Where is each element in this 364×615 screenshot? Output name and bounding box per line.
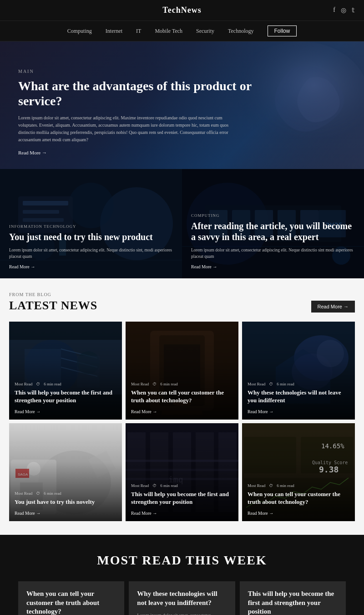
news-card-1[interactable]: Most Read ⏱ 6 min read This will help yo…	[9, 322, 122, 420]
most-read-title: MOST READ THIS WEEK	[9, 553, 355, 568]
nav-computing[interactable]: Computing	[67, 28, 92, 35]
latest-news-section: FROM THE BLOG LATEST NEWS Read More →	[0, 278, 364, 535]
news-card-readmore-5[interactable]: Read More →	[131, 511, 233, 516]
news-badge-3: Most Read	[248, 382, 265, 386]
featured-right-readmore[interactable]: Read More →	[191, 264, 355, 269]
news-card-meta-5: Most Read ⏱ 6 min read	[131, 483, 233, 488]
clock-icon-5: ⏱	[152, 483, 157, 488]
news-card-meta-4: Most Read ⏱ 6 min read	[15, 491, 116, 496]
news-card-title-1: This will help you become the first and …	[15, 389, 116, 405]
clock-icon-6: ⏱	[269, 483, 273, 488]
most-read-card-1[interactable]: When you can tell your customer the trut…	[18, 581, 124, 615]
read-time-4: 6 min read	[44, 491, 61, 496]
news-card-title-4: You just have to try this novelty	[15, 498, 116, 506]
news-card-content-6: Most Read ⏱ 6 min read When you can tell…	[248, 483, 349, 516]
most-read-grid: When you can tell your customer the trut…	[18, 581, 346, 615]
news-badge-1: Most Read	[15, 382, 32, 386]
news-card-content-3: Most Read ⏱ 6 min read Why these technol…	[248, 382, 349, 414]
news-card-readmore-3[interactable]: Read More →	[248, 409, 349, 414]
clock-icon-1: ⏱	[36, 382, 40, 386]
clock-icon-4: ⏱	[36, 491, 40, 496]
nav-it[interactable]: IT	[136, 28, 141, 35]
nav-security[interactable]: Security	[196, 28, 214, 35]
news-card-readmore-6[interactable]: Read More →	[248, 511, 349, 516]
featured-left-tag: INFORMATION TECHNOLOGY	[9, 224, 173, 229]
social-links: f ◎ 𝕥	[333, 6, 355, 14]
news-card-content-5: Most Read ⏱ 6 min read This will help yo…	[131, 483, 233, 516]
news-badge-5: Most Read	[131, 483, 149, 488]
news-card-title-6: When you can tell your customer the trut…	[248, 491, 349, 506]
hero-content: MAIN What are the advantages of this pro…	[18, 69, 255, 155]
latest-title: LATEST NEWS	[9, 299, 97, 313]
featured-right-body: Lorem ipsum dolor sit amet, consectetur …	[191, 247, 355, 260]
hero-eyebrow: MAIN	[18, 69, 255, 74]
read-time-1: 6 min read	[44, 382, 61, 386]
featured-left-content: INFORMATION TECHNOLOGY You just need to …	[9, 224, 173, 270]
most-read-card-body-2: Lorem ipsum dolor sit amet, consectetur …	[137, 612, 227, 615]
featured-right-tag: COMPUTING	[191, 213, 355, 218]
most-read-card-title-3: This will help you become the first and …	[248, 589, 338, 615]
news-card-meta-3: Most Read ⏱ 6 min read	[248, 382, 349, 386]
latest-readmore-button[interactable]: Read More →	[311, 301, 355, 313]
news-card-content-2: Most Read ⏱ 6 min read When you can tell…	[131, 382, 233, 414]
news-card-4[interactable]: SAGA Most Read ⏱ 6 min read You just hav…	[9, 423, 122, 521]
news-card-readmore-4[interactable]: Read More →	[15, 511, 116, 516]
clock-icon-3: ⏱	[269, 382, 273, 386]
clock-icon-2: ⏱	[152, 382, 157, 386]
news-badge-6: Most Read	[248, 483, 265, 488]
latest-eyebrow: FROM THE BLOG	[9, 292, 97, 297]
nav-technology[interactable]: Technology	[228, 28, 253, 35]
most-read-card-2[interactable]: Why these technologies will not leave yo…	[129, 581, 235, 615]
hero-title: What are the advantages of this product …	[18, 78, 255, 109]
news-card-meta-1: Most Read ⏱ 6 min read	[15, 382, 116, 386]
hero-body: Lorem ipsum dolor sit amet, consectetur …	[18, 114, 237, 144]
hero-section: MAIN What are the advantages of this pro…	[0, 41, 364, 169]
news-card-content-1: Most Read ⏱ 6 min read This will help yo…	[15, 382, 116, 414]
instagram-icon[interactable]: ◎	[341, 6, 346, 14]
news-card-meta-2: Most Read ⏱ 6 min read	[131, 382, 233, 386]
news-grid: Most Read ⏱ 6 min read This will help yo…	[9, 322, 355, 521]
featured-card-right: 3Y35 COMPUTING After reading the article…	[182, 169, 364, 278]
news-card-readmore-2[interactable]: Read More →	[131, 409, 233, 414]
read-time-3: 6 min read	[277, 382, 294, 386]
follow-button[interactable]: Follow	[268, 26, 297, 36]
main-nav: Computing Internet IT Mobile Tech Securi…	[0, 21, 364, 41]
most-read-card-title-2: Why these technologies will not leave yo…	[137, 589, 227, 607]
most-read-section: MOST READ THIS WEEK When you can tell yo…	[0, 535, 364, 615]
featured-left-body: Lorem ipsum dolor sit amet, consectetur …	[9, 247, 173, 260]
featured-card-left: INFORMATION TECHNOLOGY You just need to …	[0, 169, 182, 278]
read-time-5: 6 min read	[160, 483, 178, 488]
news-card-3[interactable]: Most Read ⏱ 6 min read Why these technol…	[242, 322, 355, 420]
site-header: TechNews f ◎ 𝕥	[0, 0, 364, 21]
twitter-icon[interactable]: 𝕥	[352, 6, 355, 14]
featured-right-content: COMPUTING After reading the article, you…	[191, 213, 355, 270]
nav-mobile-tech[interactable]: Mobile Tech	[155, 28, 182, 35]
news-card-meta-6: Most Read ⏱ 6 min read	[248, 483, 349, 488]
news-card-readmore-1[interactable]: Read More →	[15, 409, 116, 414]
latest-header: FROM THE BLOG LATEST NEWS Read More →	[9, 292, 355, 313]
read-time-6: 6 min read	[277, 483, 294, 488]
news-card-content-4: Most Read ⏱ 6 min read You just have to …	[15, 491, 116, 516]
most-read-card-title-1: When you can tell your customer the trut…	[26, 589, 116, 615]
news-card-6[interactable]: 14.65% Quality Score 9.38 Most Read ⏱ 6 …	[242, 423, 355, 521]
hero-readmore[interactable]: Read More →	[18, 150, 255, 155]
most-read-card-3[interactable]: This will help you become the first and …	[240, 581, 346, 615]
news-badge-2: Most Read	[131, 382, 149, 386]
featured-section: INFORMATION TECHNOLOGY You just need to …	[0, 169, 364, 278]
news-card-title-5: This will help you become the first and …	[131, 491, 233, 506]
facebook-icon[interactable]: f	[333, 6, 335, 14]
nav-internet[interactable]: Internet	[106, 28, 122, 35]
site-logo: TechNews	[162, 5, 201, 15]
read-time-2: 6 min read	[160, 382, 178, 386]
news-card-5[interactable]: imq Most Read ⏱ 6 min read This will hel…	[126, 423, 238, 521]
featured-left-title: You just need to try this new product	[9, 231, 173, 242]
latest-title-group: FROM THE BLOG LATEST NEWS	[9, 292, 97, 313]
news-card-2[interactable]: Most Read ⏱ 6 min read When you can tell…	[126, 322, 238, 420]
featured-right-title: After reading the article, you will beco…	[191, 220, 355, 242]
news-card-title-3: Why these technologies will not leave yo…	[248, 389, 349, 405]
news-badge-4: Most Read	[15, 491, 32, 496]
featured-left-readmore[interactable]: Read More →	[9, 264, 173, 269]
news-card-title-2: When you can tell your customer the trut…	[131, 389, 233, 405]
